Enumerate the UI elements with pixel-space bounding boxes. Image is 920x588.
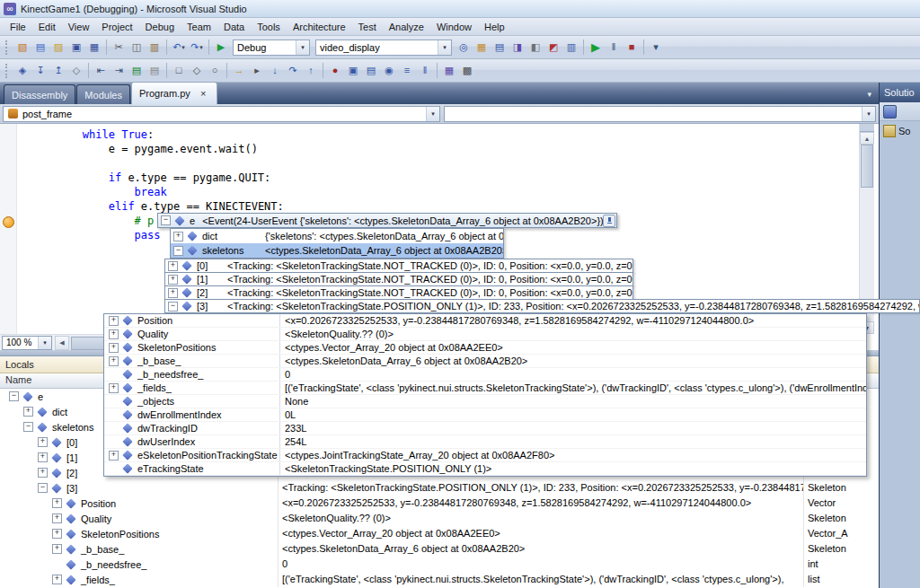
expand-icon[interactable]: + bbox=[168, 261, 178, 271]
datatip-root-row[interactable]: − e <Event(24-UserEvent {'skeletons': <c… bbox=[157, 213, 617, 228]
step-out[interactable]: ↑ bbox=[302, 62, 320, 80]
expand-icon[interactable]: + bbox=[38, 452, 48, 462]
solution-node[interactable]: So bbox=[880, 121, 920, 137]
datatip-child-row[interactable]: _b_needsfree_0 bbox=[104, 368, 866, 382]
toggle-bookmark[interactable]: ◈ bbox=[13, 62, 31, 80]
editor-margin[interactable] bbox=[0, 124, 17, 334]
pin-icon[interactable] bbox=[603, 215, 615, 227]
breakpoints-window[interactable]: ● bbox=[326, 62, 344, 80]
toolbar-options[interactable]: ▾ bbox=[647, 39, 665, 57]
save[interactable]: ▣ bbox=[67, 39, 85, 57]
expand-icon[interactable]: + bbox=[109, 343, 119, 353]
output-window-button[interactable]: ▥ bbox=[562, 39, 580, 57]
menu-file[interactable]: File bbox=[4, 18, 32, 36]
clear-bookmarks[interactable]: ◇ bbox=[67, 62, 85, 80]
step-into[interactable]: ↓ bbox=[266, 62, 284, 80]
collapse-icon[interactable]: − bbox=[9, 391, 19, 401]
open-file[interactable]: ▨ bbox=[49, 39, 67, 57]
add-item[interactable]: ▤ bbox=[31, 39, 49, 57]
cut[interactable]: ✂ bbox=[110, 39, 128, 57]
menu-project[interactable]: Project bbox=[95, 18, 138, 36]
chevron-down-icon[interactable]: ▾ bbox=[862, 107, 875, 121]
datatip-child-row[interactable]: dwTrackingID233L bbox=[104, 422, 866, 435]
memory-window[interactable]: ▦ bbox=[440, 62, 458, 80]
save-all[interactable]: ▦ bbox=[85, 39, 103, 57]
expand-icon[interactable]: + bbox=[109, 316, 119, 326]
datatip-array-row[interactable]: +[2]<Tracking: <SkeletonTrackingState.NO… bbox=[164, 285, 633, 300]
paste[interactable]: ▥ bbox=[146, 39, 164, 57]
menu-window[interactable]: Window bbox=[430, 18, 478, 36]
tab-modules[interactable]: Modules bbox=[76, 84, 130, 104]
collapse-icon[interactable]: − bbox=[173, 246, 183, 256]
locals-row[interactable]: +Quality<SkeletonQuality.?? (0)>Skeleton bbox=[0, 511, 879, 526]
tab-disassembly[interactable]: Disassembly bbox=[4, 84, 75, 104]
datatip-child-row[interactable]: +_b_base_<ctypes.SkeletonData_Array_6 ob… bbox=[104, 355, 866, 368]
object-browser-button[interactable]: ◨ bbox=[509, 39, 526, 57]
threads-window[interactable]: ‖ bbox=[416, 62, 434, 80]
datatip-array-row[interactable]: −[3]<Tracking: <SkeletonTrackingState.PO… bbox=[164, 299, 920, 313]
previous-bookmark[interactable]: ↥ bbox=[49, 62, 67, 80]
start-debugging[interactable]: ▶ bbox=[212, 39, 230, 57]
toolbox-button[interactable]: ◧ bbox=[526, 39, 544, 57]
immediate-window[interactable]: ▣ bbox=[344, 62, 362, 80]
locals-row[interactable]: _b_needsfree_0int bbox=[0, 557, 879, 572]
expand-icon[interactable]: + bbox=[23, 407, 33, 417]
solution-explorer-button[interactable]: ▦ bbox=[473, 39, 491, 57]
next-bookmark[interactable]: ↧ bbox=[31, 62, 49, 80]
menu-tools[interactable]: Tools bbox=[251, 18, 287, 36]
chevron-down-icon[interactable]: ▾ bbox=[438, 40, 451, 55]
menu-edit[interactable]: Edit bbox=[32, 18, 62, 36]
chevron-down-icon[interactable]: ▾ bbox=[296, 40, 309, 55]
datatip-child-row[interactable]: +Quality<SkeletonQuality.?? (0)> bbox=[104, 328, 866, 341]
menu-view[interactable]: View bbox=[62, 18, 96, 36]
locals-row[interactable]: +Position<x=0.2026723325252533, y=-0.238… bbox=[0, 496, 879, 511]
scroll-left-icon[interactable]: ◀ bbox=[55, 336, 69, 350]
expand-icon[interactable]: + bbox=[168, 275, 178, 285]
menu-help[interactable]: Help bbox=[478, 18, 511, 36]
undo[interactable]: ↶▾ bbox=[170, 39, 188, 57]
hex-display[interactable]: ▩ bbox=[458, 62, 476, 80]
run-to-cursor[interactable]: ▸ bbox=[248, 62, 266, 80]
breakpoint-indicator[interactable] bbox=[3, 216, 14, 228]
menu-architecture[interactable]: Architecture bbox=[287, 18, 352, 36]
continue-debugging[interactable]: ▶ bbox=[587, 39, 605, 57]
datatip-child-row[interactable]: +eSkeletonPositionTrackingState<ctypes.J… bbox=[104, 449, 866, 462]
datatip-child-row[interactable]: +_fields_[('eTrackingState', <class 'pyk… bbox=[104, 382, 866, 395]
properties-icon[interactable] bbox=[883, 105, 897, 118]
datatip-child-row[interactable]: eTrackingState<SkeletonTrackingState.POS… bbox=[104, 462, 866, 476]
chevron-down-icon[interactable]: ▾ bbox=[426, 107, 439, 121]
locals-window[interactable]: ▤ bbox=[362, 62, 380, 80]
expand-icon[interactable]: + bbox=[109, 451, 119, 461]
expand-icon[interactable]: + bbox=[52, 513, 62, 523]
menu-test[interactable]: Test bbox=[352, 18, 383, 36]
chevron-down-icon[interactable]: ▾ bbox=[199, 44, 203, 51]
stop-debugging[interactable]: ■ bbox=[623, 39, 641, 57]
expand-icon[interactable]: + bbox=[173, 232, 183, 241]
locals-row[interactable]: +_fields_[('eTrackingState', <class 'pyk… bbox=[0, 572, 879, 587]
title-bar[interactable]: ∞ KinectGame1 (Debugging) - Microsoft Vi… bbox=[0, 0, 920, 18]
expand-icon[interactable]: + bbox=[109, 329, 119, 339]
datatip-child-row[interactable]: _objectsNone bbox=[104, 395, 866, 408]
locals-row[interactable]: +_b_base_<ctypes.SkeletonData_Array_6 ob… bbox=[0, 541, 879, 557]
collapse-icon[interactable]: − bbox=[168, 302, 178, 312]
increase-indent[interactable]: ⇥ bbox=[110, 62, 128, 80]
decrease-indent[interactable]: ⇤ bbox=[92, 62, 110, 80]
method-dropdown[interactable]: post_frame ▾ bbox=[3, 106, 440, 122]
chevron-down-icon[interactable]: ▾ bbox=[38, 337, 51, 349]
find-in-files[interactable]: ◎ bbox=[455, 39, 473, 57]
datatip-array-row[interactable]: +[1]<Tracking: <SkeletonTrackingState.NO… bbox=[164, 272, 633, 286]
diamond-tool[interactable]: ◇ bbox=[188, 62, 206, 80]
datatip-child-row[interactable]: dwEnrollmentIndex0L bbox=[104, 408, 866, 422]
datatip-array-row[interactable]: +[0]<Tracking: <SkeletonTrackingState.NO… bbox=[164, 259, 633, 273]
properties-window-button[interactable]: ▤ bbox=[491, 39, 509, 57]
expand-icon[interactable]: + bbox=[109, 383, 119, 393]
menu-data[interactable]: Data bbox=[217, 18, 251, 36]
redo[interactable]: ↷▾ bbox=[188, 39, 206, 57]
member-dropdown[interactable]: ▾ bbox=[444, 106, 876, 122]
ellipse-tool[interactable]: ○ bbox=[206, 62, 224, 80]
copy[interactable]: ◫ bbox=[128, 39, 146, 57]
tab-program-py[interactable]: Program.py× bbox=[131, 82, 217, 104]
expand-icon[interactable]: + bbox=[109, 356, 119, 366]
step-over[interactable]: ↷ bbox=[284, 62, 302, 80]
show-next-statement[interactable]: → bbox=[230, 62, 248, 80]
